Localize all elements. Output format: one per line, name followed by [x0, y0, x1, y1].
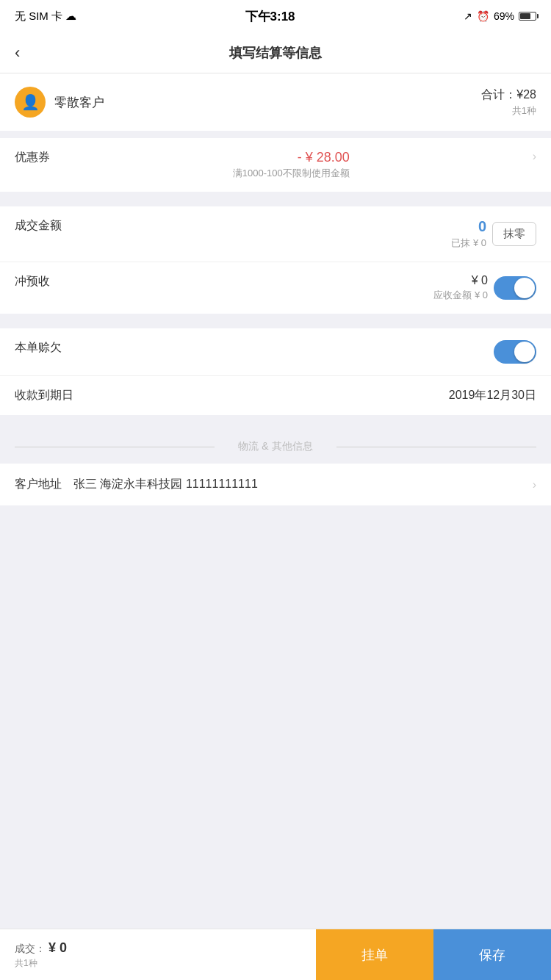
avatar: 👤	[15, 87, 46, 118]
customer-card: 👤 零散客户 合计：¥28 共1种	[0, 73, 551, 131]
bottom-deal-value: ¥ 0	[48, 940, 67, 956]
deal-amount-row: 成交金额 0 已抹 ¥ 0 抹零	[0, 206, 551, 262]
section-sep-2	[0, 321, 551, 328]
debt-toggle[interactable]	[494, 340, 536, 364]
deal-amount-sub: 已抹 ¥ 0	[451, 237, 486, 250]
logistics-divider: 物流 & 其他信息	[0, 430, 551, 464]
total-amount: 合计：¥28	[481, 87, 536, 103]
bottom-info: 成交： ¥ 0 共1种	[0, 929, 316, 980]
battery-icon	[519, 12, 536, 21]
address-value: 张三 海淀永丰科技园 11111111111	[73, 477, 533, 492]
bottom-bar: 成交： ¥ 0 共1种 挂单 保存	[0, 929, 551, 980]
avatar-icon: 👤	[21, 93, 40, 111]
section-sep-1	[0, 199, 551, 206]
section-sep-3	[0, 422, 551, 430]
save-button[interactable]: 保存	[433, 929, 551, 980]
toggle-knob	[514, 278, 535, 298]
bottom-deal-label: 成交：	[15, 943, 46, 956]
due-date-label: 收款到期日	[15, 388, 73, 403]
coupon-right: - ¥ 28.00 满1000-100不限制使用金额	[233, 150, 350, 180]
debt-card: 本单赊欠 收款到期日 2019年12月30日	[0, 328, 551, 415]
coupon-row[interactable]: 优惠券 - ¥ 28.00 满1000-100不限制使用金额 ›	[0, 138, 551, 192]
bottom-count: 共1种	[15, 957, 301, 970]
sim-label: 无 SIM 卡 ☁	[15, 10, 76, 24]
debt-row: 本单赊欠	[0, 328, 551, 375]
prepay-toggle[interactable]	[494, 276, 536, 300]
deal-amount-label: 成交金额	[15, 218, 62, 234]
back-button[interactable]: ‹	[15, 43, 20, 62]
address-row[interactable]: 客户地址 张三 海淀永丰科技园 11111111111 ›	[0, 464, 551, 505]
address-label: 客户地址	[15, 477, 62, 492]
status-right: ↗ ⏰ 69%	[464, 10, 536, 22]
deal-amount-value: 0	[451, 218, 486, 235]
chevron-right-icon: ›	[533, 150, 536, 163]
logistics-label: 物流 & 其他信息	[238, 440, 312, 453]
due-date-row: 收款到期日 2019年12月30日	[0, 375, 551, 415]
prepay-value: ¥ 0	[433, 274, 488, 287]
coupon-sub: 满1000-100不限制使用金额	[233, 167, 350, 180]
customer-name: 零散客户	[54, 94, 104, 111]
alarm-icon: ⏰	[477, 10, 489, 22]
address-chevron-icon: ›	[533, 478, 536, 491]
customer-left: 👤 零散客户	[15, 87, 104, 118]
prepay-label: 冲预收	[15, 274, 50, 289]
coupon-card[interactable]: 优惠券 - ¥ 28.00 满1000-100不限制使用金额 ›	[0, 138, 551, 192]
wipe-zero-button[interactable]: 抹零	[492, 222, 536, 246]
debt-label: 本单赊欠	[15, 340, 62, 356]
prepay-right: ¥ 0 应收金额 ¥ 0	[433, 274, 536, 302]
coupon-amount: - ¥ 28.00	[233, 150, 350, 165]
deal-group: 成交金额 0 已抹 ¥ 0 抹零 冲预收 ¥ 0 应收金额 ¥ 0	[0, 206, 551, 314]
location-icon: ↗	[464, 10, 472, 22]
page-title: 填写结算等信息	[229, 44, 322, 62]
deal-amount-right: 0 已抹 ¥ 0 抹零	[451, 218, 536, 250]
battery-percentage: 69%	[494, 10, 514, 22]
status-time: 下午3:18	[245, 8, 295, 25]
address-card[interactable]: 客户地址 张三 海淀永丰科技园 11111111111 ›	[0, 464, 551, 505]
main-content: 👤 零散客户 合计：¥28 共1种 优惠券 - ¥ 28.00 满1000-10…	[0, 73, 551, 674]
due-date-value: 2019年12月30日	[449, 388, 536, 403]
customer-row: 👤 零散客户 合计：¥28 共1种	[0, 73, 551, 131]
status-bar: 无 SIM 卡 ☁ 下午3:18 ↗ ⏰ 69%	[0, 0, 551, 32]
hold-button[interactable]: 挂单	[316, 929, 433, 980]
nav-bar: ‹ 填写结算等信息	[0, 32, 551, 73]
status-left: 无 SIM 卡 ☁	[15, 10, 76, 24]
coupon-label: 优惠券	[15, 150, 50, 165]
bottom-spacer	[0, 513, 551, 674]
customer-total: 合计：¥28 共1种	[481, 87, 536, 118]
prepay-row: 冲预收 ¥ 0 应收金额 ¥ 0	[0, 262, 551, 314]
prepay-sub: 应收金额 ¥ 0	[433, 289, 488, 302]
total-count: 共1种	[481, 104, 536, 118]
debt-toggle-knob	[514, 342, 535, 362]
